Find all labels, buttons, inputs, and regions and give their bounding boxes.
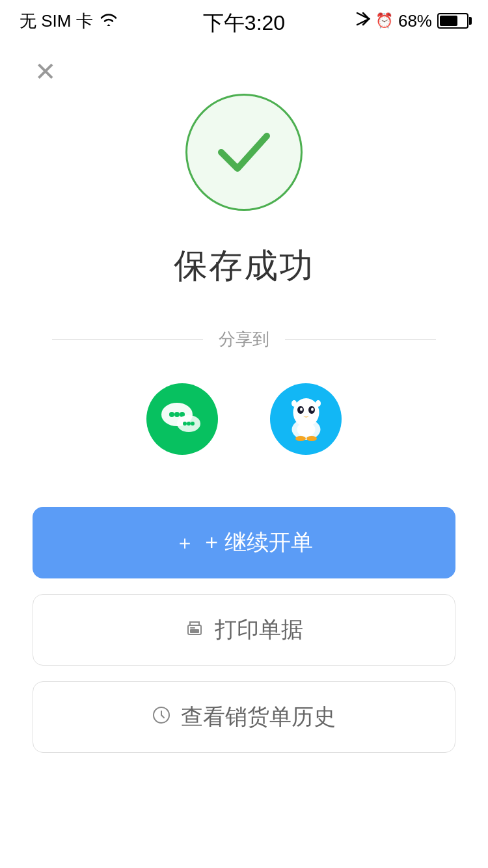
svg-point-5: [183, 422, 187, 426]
battery-icon: [437, 13, 468, 29]
status-bar: 无 SIM 卡 下午3:20 ⏰ 68%: [0, 0, 488, 42]
plus-icon: ＋: [175, 530, 195, 556]
divider-line-right: [285, 339, 436, 340]
wechat-icon: [160, 400, 204, 438]
wechat-share-button[interactable]: [146, 383, 218, 455]
share-label: 分享到: [203, 328, 285, 351]
history-button[interactable]: 查看销货单历史: [33, 681, 455, 753]
divider-line-left: [52, 339, 203, 340]
continue-button[interactable]: ＋ + 继续开单: [33, 507, 455, 578]
history-button-label: 查看销货单历史: [181, 702, 336, 732]
action-buttons: ＋ + 继续开单 打印单据 查看销货单历: [0, 507, 488, 753]
svg-point-7: [191, 422, 195, 426]
battery-percentage: 68%: [398, 11, 432, 31]
qq-share-button[interactable]: [270, 383, 342, 455]
main-content: 保存成功 分享到: [0, 42, 488, 753]
printer-icon: [185, 619, 204, 642]
print-button[interactable]: 打印单据: [33, 594, 455, 666]
status-bar-right: ⏰ 68%: [356, 11, 468, 31]
svg-point-12: [311, 408, 314, 411]
clock-icon: [152, 706, 170, 729]
close-icon: ✕: [34, 59, 57, 85]
svg-point-18: [316, 400, 321, 407]
success-circle: [185, 94, 303, 211]
svg-point-14: [297, 422, 315, 437]
success-title: 保存成功: [174, 243, 314, 289]
share-divider: 分享到: [0, 328, 488, 351]
alarm-icon: ⏰: [375, 12, 393, 29]
checkmark-icon: [215, 129, 273, 175]
print-button-label: 打印单据: [215, 615, 303, 645]
svg-point-2: [174, 412, 180, 417]
status-time: 下午3:20: [203, 9, 285, 38]
continue-button-label: + 继续开单: [205, 528, 312, 558]
svg-point-6: [187, 422, 191, 426]
svg-rect-21: [190, 627, 195, 629]
qq-icon: [285, 396, 327, 442]
svg-point-17: [291, 400, 297, 407]
location-icon: [356, 12, 370, 30]
share-icons-container: [146, 383, 342, 455]
close-button[interactable]: ✕: [26, 52, 65, 91]
status-bar-left: 无 SIM 卡: [20, 10, 118, 33]
svg-point-16: [306, 436, 317, 441]
svg-rect-20: [190, 629, 199, 633]
wifi-icon: [100, 11, 118, 31]
carrier-text: 无 SIM 卡: [20, 10, 93, 33]
svg-point-11: [300, 408, 303, 411]
svg-point-15: [295, 436, 306, 441]
svg-point-1: [169, 412, 174, 417]
